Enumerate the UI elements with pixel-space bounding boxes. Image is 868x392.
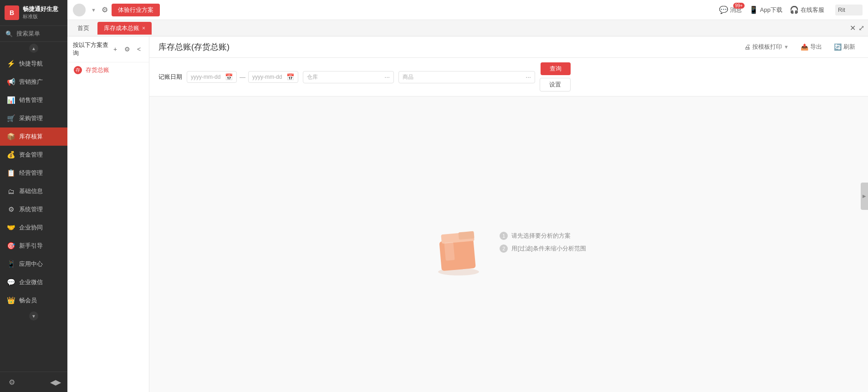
page-header: 库存总账(存货总账) 🖨 按模板打印 ▼ 📤 导出 🔄 刷新	[149, 36, 868, 58]
app-download-icon: 📱	[749, 5, 758, 14]
svg-rect-3	[459, 231, 475, 239]
schema-item-icon: 存	[74, 66, 82, 74]
query-form: 记账日期 yyyy-mm-dd 📅 — yyyy-mm-dd 📅 仓库 ···	[149, 58, 868, 97]
manage-schema-button[interactable]: ⚙	[123, 45, 132, 54]
form-buttons: 查询 设置	[540, 62, 571, 92]
sidebar-item-sales[interactable]: 📊 销售管理	[0, 91, 67, 109]
warehouse-placeholder: 仓库	[307, 73, 318, 81]
sidebar-item-cooperation[interactable]: 🤝 企业协同	[0, 219, 67, 237]
brand-name: 畅捷通好生意	[23, 5, 58, 13]
logo-icon: B	[5, 5, 19, 20]
collapse-panel-button[interactable]: <	[134, 45, 143, 54]
topbar-right: 💬 消息 99+ 📱 App下载 🎧 在线客服 Rit	[719, 5, 863, 15]
warehouse-select[interactable]: 仓库 ···	[303, 71, 394, 83]
inventory-icon: 📦	[6, 132, 15, 141]
sidebar-item-appstore[interactable]: 📱 应用中心	[0, 255, 67, 273]
print-icon: 🖨	[744, 43, 751, 51]
tip-text-2: 用[过滤]条件来缩小分析范围	[511, 244, 586, 253]
tab-inventory-label: 库存成本总账	[104, 24, 139, 32]
sidebar-item-basic[interactable]: 🗂 基础信息	[0, 182, 67, 200]
collapse-sidebar-icon[interactable]: ◀▶	[50, 377, 61, 387]
sales-label: 销售管理	[19, 96, 43, 104]
tab-inventory-ledger[interactable]: 库存成本总账 ×	[97, 22, 152, 35]
wechat-label: 企业微信	[19, 278, 43, 286]
newbie-icon: 🎯	[6, 241, 15, 250]
goods-more-icon: ···	[526, 73, 531, 81]
sidebar: B 畅捷通好生意 标准版 🔍 搜索菜单 ▲ ⚡ 快捷导航 📢 营销推广 📊 销售…	[0, 0, 67, 392]
search-menu-label: 搜索菜单	[16, 30, 40, 38]
refresh-button[interactable]: 🔄 刷新	[830, 41, 859, 53]
goods-placeholder: 商品	[403, 73, 414, 81]
date-end-input[interactable]: yyyy-mm-dd 📅	[248, 71, 298, 83]
date-end-placeholder: yyyy-mm-dd	[252, 74, 282, 80]
online-service-item[interactable]: 🎧 在线客服	[790, 5, 824, 14]
sidebar-item-wechat[interactable]: 💬 企业微信	[0, 273, 67, 291]
empty-box-svg	[431, 217, 486, 276]
user-area	[73, 4, 87, 16]
sidebar-item-vip[interactable]: 👑 畅会员	[0, 291, 67, 310]
date-range: yyyy-mm-dd 📅 — yyyy-mm-dd 📅	[187, 71, 298, 83]
app-download-item[interactable]: 📱 App下载	[749, 5, 782, 14]
export-button[interactable]: 📤 导出	[797, 41, 826, 53]
print-dropdown-icon[interactable]: ▼	[784, 44, 789, 50]
app-download-label: App下载	[760, 6, 782, 14]
industry-solution-button[interactable]: 体验行业方案	[112, 4, 160, 16]
sidebar-item-operations[interactable]: 📋 经营管理	[0, 164, 67, 182]
inventory-label: 库存核算	[19, 132, 43, 141]
purchase-label: 采购管理	[19, 114, 43, 122]
panel-close-icon[interactable]: ✕	[850, 24, 856, 32]
add-schema-button[interactable]: +	[111, 45, 120, 54]
settings-button[interactable]: 设置	[540, 78, 571, 92]
sidebar-item-newbie[interactable]: 🎯 新手引导	[0, 237, 67, 255]
sidebar-item-system[interactable]: ⚙ 系统管理	[0, 200, 67, 219]
page-header-actions: 🖨 按模板打印 ▼ 📤 导出 🔄 刷新	[740, 41, 859, 53]
newbie-label: 新手引导	[19, 242, 43, 250]
messages-item[interactable]: 💬 消息 99+	[719, 5, 742, 14]
user-avatar	[73, 4, 86, 16]
purchase-icon: 🛒	[6, 114, 15, 123]
system-icon: ⚙	[6, 205, 15, 214]
empty-illustration	[431, 217, 486, 272]
empty-tips: 1 请先选择要分析的方案 2 用[过滤]条件来缩小分析范围	[500, 232, 586, 257]
right-panel-toggle[interactable]: ▶	[861, 183, 868, 210]
sidebar-item-inventory[interactable]: 📦 库存核算	[0, 127, 67, 146]
settings-gear-icon[interactable]: ⚙	[6, 377, 17, 387]
search-icon: 🔍	[5, 31, 13, 37]
cooperation-label: 企业协同	[19, 224, 43, 232]
panel-expand-icon[interactable]: ⤢	[858, 24, 864, 32]
search-menu-item[interactable]: 🔍 搜索菜单	[0, 26, 67, 42]
message-icon: 💬	[719, 5, 728, 14]
tabs-bar: 首页 库存成本总账 × ✕ ⤢	[67, 20, 868, 36]
empty-state-inner: 1 请先选择要分析的方案 2 用[过滤]条件来缩小分析范围	[431, 217, 586, 272]
scroll-down-btn[interactable]: ▼	[29, 311, 38, 321]
sidebar-item-finance[interactable]: 💰 资金管理	[0, 146, 67, 164]
topbar-user-right[interactable]: Rit	[835, 5, 863, 15]
right-panel-icon: ▶	[863, 193, 866, 199]
quick-nav-icon: ⚡	[6, 59, 15, 68]
date-start-input[interactable]: yyyy-mm-dd 📅	[187, 71, 237, 83]
tab-close-icon[interactable]: ×	[142, 25, 145, 31]
topbar-username: Rit	[838, 6, 845, 13]
schema-item-inventory[interactable]: 存 存货总账	[67, 62, 149, 78]
basic-icon: 🗂	[6, 187, 15, 196]
vip-label: 畅会员	[19, 296, 37, 305]
topbar-settings-icon[interactable]: ⚙	[102, 5, 108, 14]
marketing-icon: 📢	[6, 77, 15, 87]
tab-home[interactable]: 首页	[71, 22, 96, 35]
goods-select[interactable]: 商品 ···	[398, 71, 535, 83]
user-dropdown-icon[interactable]: ▼	[91, 7, 96, 13]
basic-label: 基础信息	[19, 187, 43, 195]
sidebar-item-purchase[interactable]: 🛒 采购管理	[0, 109, 67, 127]
system-label: 系统管理	[19, 205, 43, 214]
query-button[interactable]: 查询	[541, 62, 571, 75]
sidebar-bottom: ⚙ ◀▶	[0, 372, 67, 392]
sidebar-item-quick-nav[interactable]: ⚡ 快捷导航	[0, 55, 67, 73]
empty-tip-2: 2 用[过滤]条件来缩小分析范围	[500, 244, 586, 253]
scroll-up-btn[interactable]: ▲	[29, 44, 38, 53]
sidebar-item-marketing[interactable]: 📢 营销推广	[0, 73, 67, 91]
tab-actions-area: ✕ ⤢	[850, 24, 864, 32]
appstore-label: 应用中心	[19, 260, 43, 268]
online-service-label: 在线客服	[801, 6, 824, 14]
print-template-button[interactable]: 🖨 按模板打印 ▼	[740, 41, 792, 53]
content-area: 按以下方案查询 + ⚙ < 存 存货总账 库存总账(存货总账) 🖨	[67, 36, 868, 392]
